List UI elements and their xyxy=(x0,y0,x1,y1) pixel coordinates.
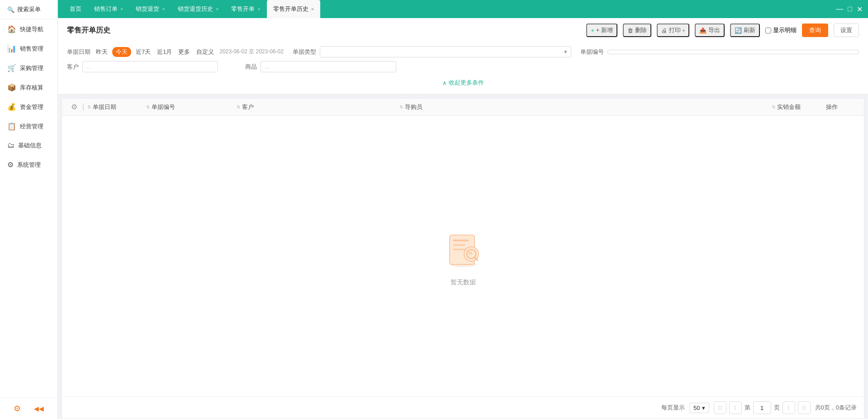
display-detail-label: 显示明细 xyxy=(773,26,797,34)
tab-sales-return[interactable]: 销货退货 × xyxy=(129,0,171,18)
tab-sales-return-history[interactable]: 销货退货历史 × xyxy=(171,0,225,18)
number-input[interactable] xyxy=(607,50,859,54)
th-number: ⇅ 单据编号 xyxy=(142,103,233,111)
money-icon: 💰 xyxy=(7,103,16,111)
sidebar-item-purchase-mgmt[interactable]: 🛒 采购管理 xyxy=(0,58,57,78)
customer-filter-label: 客户 xyxy=(67,63,79,71)
filter-customer: 客户 ... xyxy=(67,61,218,72)
cart-icon: 🛒 xyxy=(7,64,16,72)
last-page-btn[interactable]: ⟩⟩ xyxy=(798,401,811,414)
tab-home[interactable]: 首页 xyxy=(63,0,88,18)
sidebar-item-label: 资金管理 xyxy=(20,103,43,111)
date-today[interactable]: 今天 xyxy=(112,47,131,57)
sort-icon-number[interactable]: ⇅ xyxy=(146,104,150,109)
close-tab-retail-open-history[interactable]: × xyxy=(311,6,314,12)
delete-icon: 🗑 xyxy=(627,27,633,34)
sidebar-search[interactable]: 🔍 搜索采单 xyxy=(0,0,57,19)
print-dropdown-icon: ▾ xyxy=(683,28,685,33)
chart-icon: 📊 xyxy=(7,44,16,53)
sort-icon-salesperson[interactable]: ⇅ xyxy=(399,104,403,109)
close-tab-sales-return-history[interactable]: × xyxy=(216,6,218,12)
type-filter-label: 单据类型 xyxy=(293,48,316,56)
collapse-up-icon: ∧ xyxy=(442,80,447,86)
per-page-value: 50 xyxy=(693,405,700,411)
query-button[interactable]: 查询 xyxy=(802,24,828,37)
svg-point-8 xyxy=(469,251,472,255)
page-number-input[interactable] xyxy=(753,401,771,414)
sidebar-item-operations[interactable]: 📋 经营管理 xyxy=(0,117,57,136)
prev-page-btn[interactable]: ⟨ xyxy=(729,401,742,414)
date-custom[interactable]: 自定义 xyxy=(194,47,216,57)
date-range-text: 2023-06-02 至 2023-06-02 xyxy=(219,48,283,56)
sidebar-item-inventory[interactable]: 📦 库存核算 xyxy=(0,78,57,97)
date-yesterday[interactable]: 昨天 xyxy=(94,47,109,57)
date-more[interactable]: 更多 xyxy=(176,47,192,57)
window-max-btn[interactable]: □ xyxy=(848,5,852,13)
content-area: 零售开单历史 + + 新增 🗑 删除 🖨 打印 ▾ xyxy=(58,18,868,419)
sidebar: 🔍 搜索采单 🏠 快捷导航 📊 销售管理 🛒 采购管理 📦 库存核算 💰 资金管… xyxy=(0,0,58,419)
empty-state: 暂无数据 xyxy=(62,116,864,396)
page-header: 零售开单历史 + + 新增 🗑 删除 🖨 打印 ▾ xyxy=(58,18,868,94)
tab-retail-open-history[interactable]: 零售开单历史 × xyxy=(267,0,320,18)
pagination: 每页显示 50 ▾ ⟨⟨ ⟨ 第 页 ⟩ ⟩⟩ 共0页，0条记录 xyxy=(62,396,864,419)
page-actions: + + 新增 🗑 删除 🖨 打印 ▾ 📤 导出 xyxy=(586,24,859,37)
tab-sales-order[interactable]: 销售订单 × xyxy=(88,0,129,18)
sidebar-item-quick-nav[interactable]: 🏠 快捷导航 xyxy=(0,19,57,39)
close-tab-retail-open[interactable]: × xyxy=(257,6,260,12)
tab-retail-open-history-label: 零售开单历史 xyxy=(273,5,308,13)
th-salesperson-label: 导购员 xyxy=(405,103,422,111)
sidebar-item-finance[interactable]: 💰 资金管理 xyxy=(0,97,57,117)
tab-retail-open[interactable]: 零售开单 × xyxy=(225,0,266,18)
sort-icon-amount[interactable]: ⇅ xyxy=(772,104,775,109)
page-suffix: 页 xyxy=(774,404,780,412)
sidebar-item-basic-info[interactable]: 🗂 基础信息 xyxy=(0,136,57,155)
customer-input[interactable]: ... xyxy=(82,61,218,72)
display-detail-toggle[interactable]: 显示明细 xyxy=(765,26,797,34)
date-1month[interactable]: 近1月 xyxy=(155,47,174,57)
th-date-label: 单据日期 xyxy=(93,103,116,111)
collapse-btn[interactable]: ∧ 收起更多条件 xyxy=(439,77,488,89)
close-tab-sales-return[interactable]: × xyxy=(162,6,165,12)
delete-button[interactable]: 🗑 删除 xyxy=(623,24,651,37)
folder-icon: 🗂 xyxy=(7,141,14,150)
window-controls: — □ ✕ xyxy=(836,5,863,14)
date-7days[interactable]: 近7天 xyxy=(134,47,152,57)
collapse-sidebar-btn[interactable]: ◀◀ xyxy=(34,405,44,412)
sort-icon-date[interactable]: ⇅ xyxy=(87,104,91,109)
refresh-button[interactable]: 🔄 刷新 xyxy=(730,24,760,37)
window-min-btn[interactable]: — xyxy=(836,5,843,13)
settings-icon-btn[interactable]: ⚙ xyxy=(14,404,21,414)
sidebar-item-sys-mgmt[interactable]: ⚙ 系统管理 xyxy=(0,155,57,174)
sidebar-item-sales-mgmt[interactable]: 📊 销售管理 xyxy=(0,39,57,58)
display-detail-checkbox[interactable] xyxy=(765,28,771,33)
window-close-btn[interactable]: ✕ xyxy=(857,5,863,14)
tab-sales-order-label: 销售订单 xyxy=(94,5,118,13)
filter-area: 单据日期 昨天 今天 近7天 近1月 更多 自定义 2023-06-02 至 2… xyxy=(67,42,859,94)
per-page-select[interactable]: 50 ▾ xyxy=(689,403,709,413)
add-button[interactable]: + + 新增 xyxy=(586,24,617,37)
close-tab-sales-order[interactable]: × xyxy=(120,6,123,12)
type-select[interactable]: ▾ xyxy=(320,46,571,57)
print-button[interactable]: 🖨 打印 ▾ xyxy=(657,24,689,37)
delete-label: 删除 xyxy=(635,26,647,34)
th-date: ⇅ 单据日期 xyxy=(84,103,142,111)
svg-rect-2 xyxy=(453,240,469,241)
goods-placeholder: ... xyxy=(265,63,270,70)
next-page-btn[interactable]: ⟩ xyxy=(783,401,795,414)
page-title-row: 零售开单历史 + + 新增 🗑 删除 🖨 打印 ▾ xyxy=(67,24,859,37)
number-filter-label: 单据编号 xyxy=(580,48,604,56)
export-button[interactable]: 📤 导出 xyxy=(695,24,725,37)
table-settings-icon[interactable]: ⚙ xyxy=(71,103,77,111)
sidebar-bottom: ⚙ ◀◀ xyxy=(0,398,57,419)
print-label: 打印 xyxy=(669,26,681,34)
main-content: 首页 销售订单 × 销货退货 × 销货退货历史 × 零售开单 × 零售开单历史 … xyxy=(58,0,868,419)
sidebar-item-label: 系统管理 xyxy=(17,161,41,169)
home-icon: 🏠 xyxy=(7,25,16,33)
sort-icon-customer[interactable]: ⇅ xyxy=(237,104,240,109)
print-icon: 🖨 xyxy=(661,27,667,34)
export-label: 导出 xyxy=(708,26,720,34)
filter-type: 单据类型 ▾ xyxy=(293,46,571,57)
goods-input[interactable]: ... xyxy=(261,61,396,72)
settings-button[interactable]: 设置 xyxy=(834,24,859,37)
first-page-btn[interactable]: ⟨⟨ xyxy=(714,401,726,414)
